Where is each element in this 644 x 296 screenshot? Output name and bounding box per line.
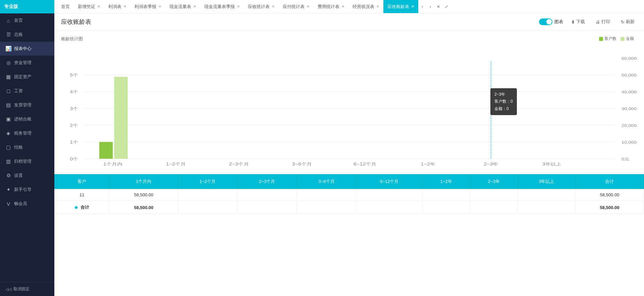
cell-m8 <box>518 189 575 201</box>
col-m8: 3年以上 <box>518 175 575 189</box>
asset-icon: ▦ <box>5 74 11 80</box>
svg-text:5个: 5个 <box>70 73 78 78</box>
svg-text:0个: 0个 <box>70 157 78 161</box>
svg-text:30,000.00元: 30,000.00元 <box>622 107 637 111</box>
report-icon: 📊 <box>5 46 11 52</box>
page-title: 应收账龄表 <box>61 18 91 26</box>
sidebar-item-report[interactable]: 📊 报表中心 <box>0 42 54 56</box>
tab-prev-button[interactable]: ‹ <box>418 3 426 11</box>
sidebar-item-inventory[interactable]: ▣ 进销台账 <box>0 112 54 126</box>
total-m6 <box>422 201 470 214</box>
tab-expand-button[interactable]: ⤢ <box>442 3 450 11</box>
download-icon: ⬇ <box>571 19 575 24</box>
total-m2 <box>178 201 237 214</box>
cell-m4 <box>297 189 356 201</box>
total-m3 <box>237 201 297 214</box>
toggle-track[interactable] <box>539 18 552 25</box>
tab-next-button[interactable]: › <box>426 3 434 11</box>
tab-ar-stat[interactable]: 应收统计表 ✕ <box>244 0 279 13</box>
print-icon: 🖨 <box>596 19 600 24</box>
svg-text:50,000.00元: 50,000.00元 <box>622 73 637 78</box>
sidebar-item-ledger[interactable]: ☰ 总账 <box>0 28 54 42</box>
sidebar-item-salary[interactable]: ◻ 工资 <box>0 84 54 98</box>
tab-ap-stat[interactable]: 应付统计表 ✕ <box>279 0 314 13</box>
sidebar-item-asset[interactable]: ▦ 固定资产 <box>0 70 54 84</box>
sidebar-item-fund[interactable]: ◎ 资金管理 <box>0 56 54 70</box>
total-icon: ◈ <box>74 205 78 210</box>
close-tab-cashflow-quarter[interactable]: ✕ <box>237 4 240 9</box>
sidebar-item-guide[interactable]: ✦ 新手引导 <box>0 183 54 197</box>
close-tab-voucher[interactable]: ✕ <box>97 4 100 9</box>
settings-icon: ⚙ <box>5 172 11 179</box>
main-area: 首页 新增凭证 ✕ 利润表 ✕ 利润表季报 ✕ 现金流量表 ✕ 现金流量表季报 … <box>54 0 644 296</box>
cell-m3 <box>237 189 297 201</box>
close-tab-ar-aging[interactable]: ✕ <box>411 4 414 9</box>
chart-title: 账龄统计图 <box>61 36 637 42</box>
tab-close-all-button[interactable]: ✕ <box>434 3 442 11</box>
close-tab-profit-quarter[interactable]: ✕ <box>158 4 161 9</box>
tab-home[interactable]: 首页 <box>57 0 74 13</box>
cell-m1: 58,500.00 <box>109 189 178 201</box>
col-m3: 2~3个月 <box>237 175 297 189</box>
chart-toggle[interactable]: 图表 <box>539 18 563 25</box>
page-content: 应收账龄表 图表 ⬇ 下载 🖨 打印 ↻ 刷新 <box>54 13 644 296</box>
table-header-row: 客户 1个月内 1~2个月 2~3个月 3~6个月 6~12个月 1~2年 2~… <box>55 175 644 189</box>
tab-bar: 首页 新增凭证 ✕ 利润表 ✕ 利润表季报 ✕ 现金流量表 ✕ 现金流量表季报 … <box>54 0 644 13</box>
legend-customers-dot <box>599 37 603 41</box>
svg-text:10,000.00元: 10,000.00元 <box>622 140 637 145</box>
svg-text:3个: 3个 <box>70 106 78 111</box>
close-tab-profit[interactable]: ✕ <box>123 4 126 9</box>
total-m5 <box>356 201 422 214</box>
close-tab-ar-stat[interactable]: ✕ <box>272 4 275 9</box>
download-button[interactable]: ⬇ 下载 <box>569 17 588 26</box>
svg-text:60,000.00元: 60,000.00元 <box>622 56 637 61</box>
page-header: 应收账龄表 图表 ⬇ 下载 🖨 打印 ↻ 刷新 <box>54 13 644 31</box>
chart-legend: 客户数 金额 <box>599 36 634 42</box>
sidebar-item-closing[interactable]: ▢ 结账 <box>0 140 54 154</box>
sidebar-item-tax[interactable]: ◈ 税务管理 <box>0 126 54 140</box>
svg-text:3年以上: 3年以上 <box>542 162 561 166</box>
close-tab-biz-status[interactable]: ✕ <box>376 4 379 9</box>
print-button[interactable]: 🖨 打印 <box>593 17 613 26</box>
tab-ar-aging[interactable]: 应收账龄表 ✕ <box>383 0 418 13</box>
legend-amount-dot <box>621 37 625 41</box>
close-tab-cashflow[interactable]: ✕ <box>193 4 196 9</box>
pin-toggle-button[interactable]: ◁◁ 取消固定 <box>0 282 54 296</box>
cell-m5 <box>356 189 422 201</box>
svg-text:2~3个月: 2~3个月 <box>229 162 249 166</box>
sidebar-item-archive[interactable]: ▥ 归档管理 <box>0 154 54 168</box>
archive-icon: ▥ <box>5 158 11 164</box>
col-m1: 1个月内 <box>109 175 178 189</box>
tab-profit-quarter[interactable]: 利润表季报 ✕ <box>130 0 165 13</box>
sidebar-item-settings[interactable]: ⚙ 设置 <box>0 168 54 183</box>
tab-cashflow-quarter[interactable]: 现金流量表季报 ✕ <box>200 0 244 13</box>
chart-container: 账龄统计图 客户数 金额 0个 1个 2个 3个 4个 <box>54 31 644 174</box>
tab-expense-stat[interactable]: 费用统计表 ✕ <box>314 0 348 13</box>
col-m2: 1~2个月 <box>178 175 237 189</box>
sidebar-item-vip[interactable]: V 畅会员 <box>0 197 54 211</box>
col-m7: 2~3年 <box>470 175 518 189</box>
svg-text:4个: 4个 <box>70 90 78 94</box>
bar-amount-m1 <box>114 77 127 159</box>
inventory-icon: ▣ <box>5 116 11 122</box>
vip-icon: V <box>5 201 11 207</box>
tab-cashflow[interactable]: 现金流量表 ✕ <box>165 0 200 13</box>
tab-profit[interactable]: 利润表 ✕ <box>104 0 130 13</box>
guide-icon: ✦ <box>5 187 11 193</box>
legend-customers: 客户数 <box>599 36 616 42</box>
total-total: 58,500.00 <box>575 201 644 214</box>
tab-voucher[interactable]: 新增凭证 ✕ <box>74 0 104 13</box>
sidebar-item-home[interactable]: ⌂ 首页 <box>0 13 54 28</box>
close-tab-ap-stat[interactable]: ✕ <box>307 4 310 9</box>
sidebar-logo: 专业版 <box>0 0 54 13</box>
svg-text:1个月内: 1个月内 <box>103 162 122 166</box>
total-label: ◈ 合计 <box>55 201 110 214</box>
col-m5: 6~12个月 <box>356 175 422 189</box>
cell-m7 <box>470 189 518 201</box>
refresh-button[interactable]: ↻ 刷新 <box>618 17 637 26</box>
tab-biz-status[interactable]: 经营状况表 ✕ <box>348 0 383 13</box>
sidebar-item-invoice[interactable]: ▤ 发票管理 <box>0 98 54 112</box>
col-m4: 3~6个月 <box>297 175 356 189</box>
close-tab-expense-stat[interactable]: ✕ <box>341 4 344 9</box>
table-container: 客户 1个月内 1~2个月 2~3个月 3~6个月 6~12个月 1~2年 2~… <box>54 174 644 296</box>
